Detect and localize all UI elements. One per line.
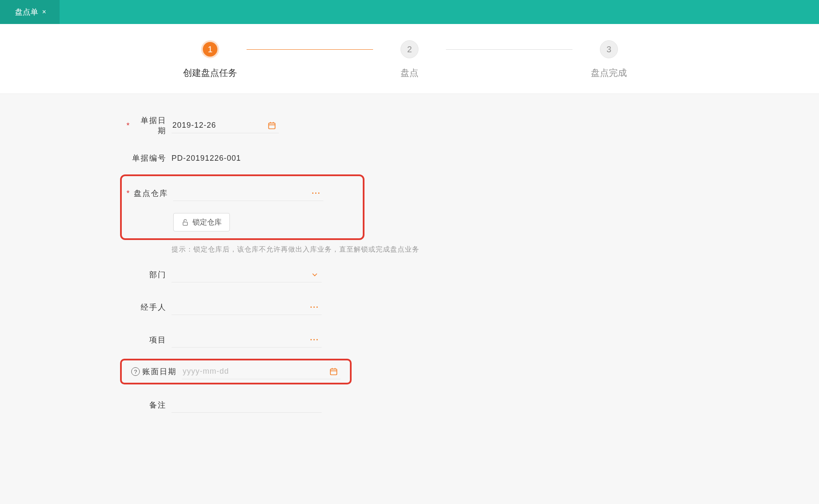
handler-input[interactable]	[172, 300, 322, 315]
stepper-container: 1 创建盘点任务 2 盘点 3 盘点完成	[0, 24, 819, 94]
help-icon[interactable]: ?	[131, 367, 140, 376]
dept-input[interactable]	[172, 267, 322, 282]
required-asterisk: *	[126, 121, 129, 130]
row-doc-no: 单据编号 PD-20191226-001	[126, 153, 819, 163]
step-label: 盘点	[400, 67, 419, 79]
step-number: 1	[201, 40, 219, 58]
book-date-input[interactable]	[182, 364, 340, 379]
step-complete: 3 盘点完成	[572, 40, 645, 79]
label-project: 项目	[126, 335, 172, 345]
row-doc-date: * 单据日期	[126, 115, 819, 136]
step-create-task: 1 创建盘点任务	[174, 40, 247, 79]
lock-button-label: 锁定仓库	[193, 217, 222, 227]
step-connector	[247, 49, 373, 50]
row-remark: 备注	[126, 397, 819, 413]
chevron-down-icon[interactable]	[310, 270, 319, 279]
row-dept: 部门	[126, 267, 819, 282]
row-project: 项目 ···	[126, 332, 819, 348]
svg-rect-5	[331, 369, 337, 375]
row-lock-button: 锁定仓库	[122, 213, 354, 231]
unlock-icon	[181, 219, 189, 226]
warehouse-input[interactable]	[173, 186, 323, 201]
form-area: * 单据日期 单据编号 PD-20191226-001 * 盘点仓库 ···	[0, 94, 819, 413]
header-bar: 盘点单 ×	[0, 0, 819, 24]
row-warehouse: * 盘点仓库 ···	[122, 186, 354, 201]
project-input[interactable]	[172, 332, 322, 348]
doc-no-value: PD-20191226-001	[172, 154, 241, 163]
required-asterisk: *	[126, 189, 129, 198]
step-number: 2	[400, 40, 419, 58]
label-warehouse: * 盘点仓库	[122, 188, 173, 198]
calendar-icon[interactable]	[268, 121, 276, 130]
step-number: 3	[600, 40, 618, 58]
label-dept: 部门	[126, 270, 172, 280]
step-connector	[446, 49, 572, 50]
label-doc-date: * 单据日期	[126, 115, 172, 136]
label-book-date: ? 账面日期	[122, 366, 182, 377]
label-handler: 经手人	[126, 302, 172, 312]
svg-rect-4	[183, 222, 188, 225]
label-doc-no: 单据编号	[126, 153, 172, 163]
highlight-book-date: ? 账面日期	[120, 359, 352, 384]
more-icon[interactable]: ···	[312, 189, 321, 197]
remark-input[interactable]	[172, 397, 322, 413]
row-handler: 经手人 ···	[126, 300, 819, 315]
lock-hint-text: 提示：锁定仓库后，该仓库不允许再做出入库业务，直至解锁或完成盘点业务	[172, 245, 819, 254]
step-label: 创建盘点任务	[183, 67, 237, 79]
calendar-icon[interactable]	[329, 367, 338, 376]
close-icon[interactable]: ×	[42, 9, 47, 15]
step-check: 2 盘点	[373, 40, 446, 79]
more-icon[interactable]: ···	[310, 336, 319, 344]
highlight-warehouse: * 盘点仓库 ··· 锁定仓库	[120, 174, 364, 240]
step-label: 盘点完成	[591, 67, 627, 79]
lock-warehouse-button[interactable]: 锁定仓库	[173, 213, 230, 231]
doc-date-input[interactable]	[172, 118, 279, 133]
tab-inventory-sheet[interactable]: 盘点单 ×	[0, 0, 60, 24]
tab-label: 盘点单	[15, 7, 38, 17]
row-book-date: ? 账面日期	[122, 364, 350, 379]
more-icon[interactable]: ···	[310, 303, 319, 311]
svg-rect-0	[269, 123, 275, 129]
label-remark: 备注	[126, 400, 172, 410]
